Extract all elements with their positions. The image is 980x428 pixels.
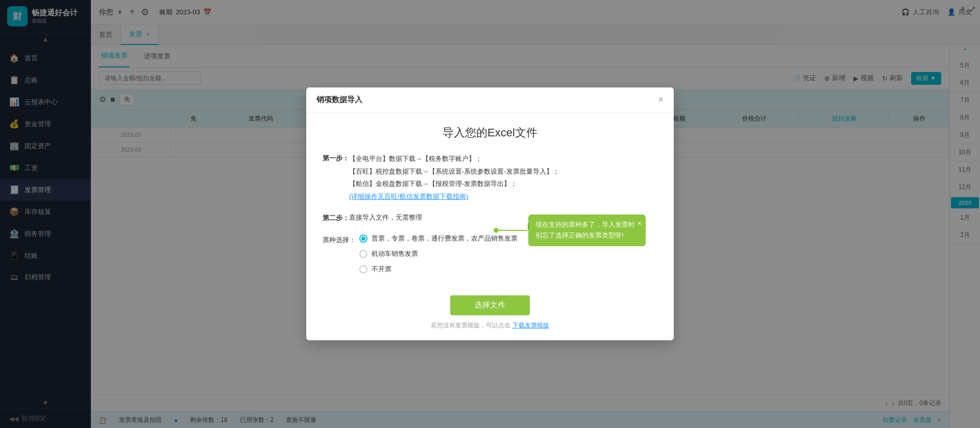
tooltip-close-button[interactable]: ×	[638, 218, 642, 229]
radio-label-2: 机动车销售发票	[372, 250, 418, 259]
modal-body: 导入您的Excel文件 第一步： 【全电平台】数据下载→【税务数字账户】； 【百…	[306, 113, 674, 289]
step1-line3: 【航信】金税盘数据下载→【报税管理-发票数据导出】；	[349, 178, 559, 191]
modal-hint: 若您没有发票模版，可以点击 下载发票模版	[431, 322, 549, 330]
step2-label: 第二步：	[323, 212, 349, 223]
radio-group: 普票，专票，卷票，通行费发票，农产品销售发票 机动车销售发票 不开票	[359, 234, 518, 274]
modal-footer: 选择文件 若您没有发票模版，可以点击 下载发票模版	[306, 290, 674, 341]
step2-content: 直接导入文件，无需整理	[349, 211, 422, 224]
ticket-label: 票种选择：	[323, 234, 359, 245]
tooltip-text: 现在支持的票种多了，导入发票时别忘了选择正确的发票类型呀!	[535, 221, 635, 239]
radio-option-2[interactable]: 机动车销售发票	[359, 250, 518, 259]
radio-option-3[interactable]: 不开票	[359, 265, 518, 274]
radio-dot-1	[361, 237, 365, 241]
hint-text: 若您没有发票模版，可以点击	[431, 322, 510, 329]
modal-header: 销项数据导入 ×	[306, 87, 674, 113]
download-template-link[interactable]: 下载发票模版	[512, 322, 549, 329]
radio-label-1: 普票，专票，卷票，通行费发票，农产品销售发票	[372, 234, 518, 244]
tooltip-bubble: × 现在支持的票种多了，导入发票时别忘了选择正确的发票类型呀!	[528, 215, 646, 246]
step1-row: 第一步： 【全电平台】数据下载→【税务数字账户】； 【百旺】税控盘数据下载→【系…	[323, 153, 657, 203]
modal-close-button[interactable]: ×	[658, 94, 664, 105]
import-modal: 销项数据导入 × 导入您的Excel文件 第一步： 【全电平台】数据下载→【税务…	[306, 87, 674, 340]
step1-line1: 【全电平台】数据下载→【税务数字账户】；	[349, 153, 559, 165]
step1-content: 【全电平台】数据下载→【税务数字账户】； 【百旺】税控盘数据下载→【系统设置-系…	[349, 153, 559, 203]
radio-label-3: 不开票	[372, 265, 391, 274]
step1-line2: 【百旺】税控盘数据下载→【系统设置-系统参数设置-发票批量导入】；	[349, 165, 559, 178]
radio-option-1[interactable]: 普票，专票，卷票，通行费发票，农产品销售发票	[359, 234, 518, 244]
radio-circle-1	[359, 235, 368, 243]
modal-main-title: 导入您的Excel文件	[323, 125, 657, 140]
radio-circle-3	[359, 266, 368, 274]
select-file-button[interactable]: 选择文件	[450, 296, 530, 316]
tooltip-connector-line	[497, 230, 527, 231]
step1-guide-link[interactable]: (详细操作见百旺/航信发票数据下载指南)	[349, 193, 468, 200]
step1-label: 第一步：	[323, 153, 349, 203]
radio-circle-2	[359, 250, 368, 258]
modal-title: 销项数据导入	[316, 95, 362, 105]
